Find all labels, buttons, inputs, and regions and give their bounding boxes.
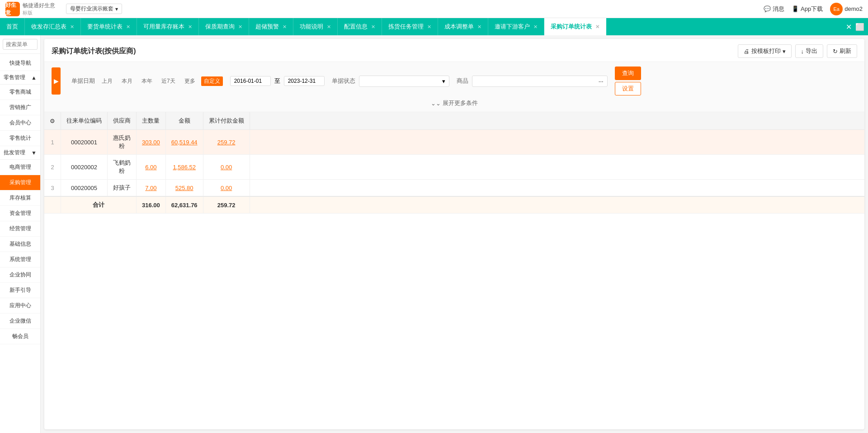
tab-config-info[interactable]: 配置信息 ✕	[338, 18, 382, 35]
tab-home[interactable]: 首页	[0, 18, 25, 35]
status-filter-label: 单据状态	[332, 77, 355, 85]
user-menu[interactable]: Ea demo2	[830, 3, 863, 15]
chevron-down-icon: ⌄⌄	[431, 100, 441, 107]
refresh-button[interactable]: ↻ 刷新	[827, 44, 857, 58]
sidebar-item-basic-info[interactable]: 基础信息	[0, 237, 40, 252]
sidebar-item-purchase-mgmt[interactable]: 采购管理	[0, 175, 40, 190]
tab-restore-icon[interactable]: ⬜	[855, 23, 864, 31]
tab-function-desc[interactable]: 功能说明 ✕	[293, 18, 338, 35]
status-select[interactable]: ▾	[359, 76, 449, 87]
sidebar-item-finance-mgmt[interactable]: 资金管理	[0, 206, 40, 221]
tab-close-icon[interactable]: ✕	[238, 24, 242, 30]
sidebar-item-new-guide[interactable]: 新手引导	[0, 283, 40, 298]
app-download-button[interactable]: 📱 App下载	[792, 5, 823, 13]
shortcut-more[interactable]: 更多	[181, 76, 198, 86]
tab-close-all-icon[interactable]: ✕	[846, 23, 852, 31]
table-row: 2 00020002 飞鹤奶粉 6.00 1,586.52 0.00	[44, 155, 864, 180]
tab-purchase-summary[interactable]: 采购订单统计表 ✕	[544, 18, 606, 35]
breadcrumb-select[interactable]: 母婴行业演示账套 ▾	[66, 4, 122, 14]
logo-icon: 好生意	[5, 2, 20, 16]
sidebar-item-ops-mgmt[interactable]: 经营管理	[0, 221, 40, 237]
breadcrumb-area: 母婴行业演示账套 ▾	[66, 4, 122, 14]
date-start-input[interactable]	[230, 76, 271, 86]
tab-cost-adjust[interactable]: 成本调整单 ✕	[438, 18, 488, 35]
row-qty[interactable]: 6.00	[137, 155, 166, 180]
data-table: ⚙ 往来单位编码 供应商 主数量 金额 累计付款金额 1 00020001	[44, 112, 864, 214]
message-icon: 💬	[764, 5, 771, 12]
tab-close-icon[interactable]: ✕	[283, 24, 287, 30]
date-end-input[interactable]	[284, 76, 325, 86]
table-footer: 合计 316.00 62,631.76 259.72	[44, 196, 864, 214]
tab-close-icon[interactable]: ✕	[327, 24, 331, 30]
tab-close-icon[interactable]: ✕	[188, 24, 192, 30]
search-input[interactable]	[3, 39, 38, 50]
sidebar-item-system-mgmt[interactable]: 系统管理	[0, 252, 40, 267]
row-extra	[250, 155, 864, 180]
col-paid: 累计付款金额	[203, 112, 250, 130]
row-paid[interactable]: 0.00	[203, 155, 250, 180]
row-amount[interactable]: 1,586.52	[165, 155, 203, 180]
tab-close-icon[interactable]: ✕	[427, 24, 431, 30]
shortcut-custom[interactable]: 自定义	[201, 76, 223, 86]
sidebar-item-retail-mgmt[interactable]: 零售管理 ▲	[0, 71, 40, 85]
sidebar-item-member-center[interactable]: 会员中心	[0, 115, 40, 131]
col-settings[interactable]: ⚙	[44, 112, 61, 130]
chevron-down-icon: ▾	[442, 78, 445, 85]
shortcut-last-month[interactable]: 上月	[99, 76, 116, 86]
tab-goods-summary[interactable]: 要货单统计表 ✕	[81, 18, 137, 35]
tab-expiry-query[interactable]: 保质期查询 ✕	[199, 18, 249, 35]
date-range-input: 至	[230, 76, 325, 86]
tab-available-stock[interactable]: 可用量库存账本 ✕	[137, 18, 199, 35]
table-body: 1 00020001 惠氏奶粉 303.00 60,519.44 259.72 …	[44, 130, 864, 197]
tab-overstock-warning[interactable]: 超储预警 ✕	[249, 18, 293, 35]
row-paid[interactable]: 0.00	[203, 180, 250, 197]
sidebar-item-marketing[interactable]: 营销推广	[0, 100, 40, 115]
sidebar-item-retail-mall[interactable]: 零售商城	[0, 85, 40, 100]
query-button-area: 查询 设置	[615, 67, 641, 95]
row-num: 3	[44, 180, 61, 197]
shortcut-7days[interactable]: 近7天	[158, 76, 179, 86]
tab-receive-summary[interactable]: 收发存汇总表 ✕	[25, 18, 81, 35]
tab-close-icon[interactable]: ✕	[533, 24, 538, 30]
col-qty: 主数量	[137, 112, 166, 130]
export-button[interactable]: ↓ 导出	[795, 44, 824, 58]
main-layout: 快捷导航 零售管理 ▲ 零售商城 营销推广 会员中心 零售统计 批发管理 ▼	[0, 35, 868, 433]
tab-close-icon[interactable]: ✕	[371, 24, 375, 30]
ellipsis-icon: ···	[599, 78, 604, 85]
settings-button[interactable]: 设置	[615, 82, 641, 95]
row-qty[interactable]: 7.00	[137, 180, 166, 197]
tab-close-icon[interactable]: ✕	[70, 24, 74, 30]
sidebar-item-stock-check[interactable]: 库存核算	[0, 190, 40, 206]
toggle-filter-button[interactable]: ▶	[52, 67, 61, 95]
sidebar-item-enterprise-wechat[interactable]: 企业微信	[0, 314, 40, 329]
date-shortcuts: 上月 本月 本年 近7天 更多 自定义	[99, 76, 223, 86]
row-amount[interactable]: 60,519.44	[165, 130, 203, 155]
sidebar-item-retail-stats[interactable]: 零售统计	[0, 131, 40, 146]
nav-tabs-end: ✕ ⬜	[842, 18, 868, 35]
shortcut-this-month[interactable]: 本月	[118, 76, 136, 86]
tab-close-icon[interactable]: ✕	[126, 24, 130, 30]
row-code: 00020001	[61, 130, 108, 155]
expand-more-button[interactable]: ⌄⌄ 展开更多条件	[431, 99, 478, 107]
sidebar-item-app-center[interactable]: 应用中心	[0, 298, 40, 314]
query-button[interactable]: 查询	[615, 67, 641, 80]
row-amount[interactable]: 525.80	[165, 180, 203, 197]
tab-close-icon[interactable]: ✕	[477, 24, 481, 30]
goods-select[interactable]: ···	[472, 76, 608, 87]
message-button[interactable]: 💬 消息	[764, 5, 784, 13]
sidebar-item-enterprise-collab[interactable]: 企业协同	[0, 267, 40, 283]
tab-pick-task[interactable]: 拣货任务管理 ✕	[382, 18, 438, 35]
chevron-down-icon: ▾	[783, 48, 786, 55]
row-qty[interactable]: 303.00	[137, 130, 166, 155]
refresh-icon: ↻	[833, 48, 838, 55]
row-paid[interactable]: 259.72	[203, 130, 250, 155]
sidebar-item-wholesale-mgmt[interactable]: 批发管理 ▼	[0, 146, 40, 160]
shortcut-this-year[interactable]: 本年	[138, 76, 156, 86]
sidebar-item-vip[interactable]: 畅会员	[0, 329, 40, 344]
sidebar-item-ecommerce-mgmt[interactable]: 电商管理	[0, 160, 40, 175]
sidebar-item-quick-nav[interactable]: 快捷导航	[0, 56, 40, 71]
tab-invite-downstream[interactable]: 邀请下游客户 ✕	[488, 18, 544, 35]
print-button[interactable]: 🖨 按模板打印 ▾	[738, 44, 792, 58]
tab-close-icon[interactable]: ✕	[595, 24, 599, 30]
print-icon: 🖨	[744, 48, 750, 55]
